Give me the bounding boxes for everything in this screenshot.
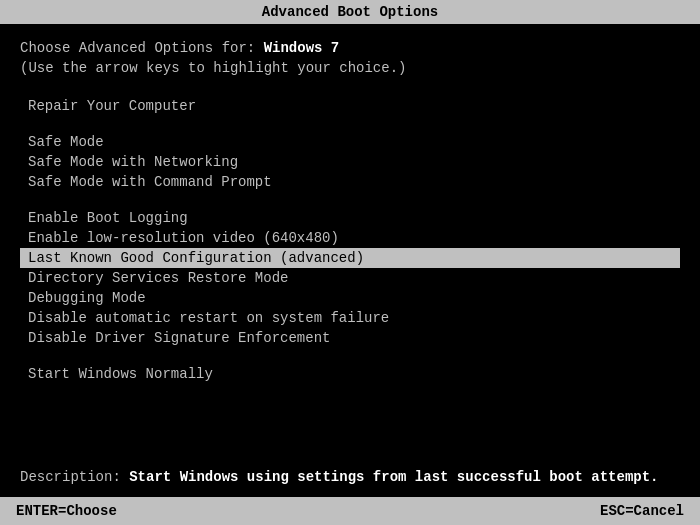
menu-item-disable-driver[interactable]: Disable Driver Signature Enforcement: [20, 328, 680, 348]
intro-line2: (Use the arrow keys to highlight your ch…: [20, 60, 680, 76]
main-content: Choose Advanced Options for: Windows 7 (…: [0, 24, 700, 416]
enter-label: ENTER=Choose: [16, 503, 117, 519]
footer: ENTER=Choose ESC=Cancel: [0, 497, 700, 525]
menu-item-boot-logging[interactable]: Enable Boot Logging: [20, 208, 680, 228]
description-label: Description:: [20, 469, 129, 485]
menu-section-0: Repair Your Computer: [20, 96, 680, 116]
menu-item-safe-mode-networking[interactable]: Safe Mode with Networking: [20, 152, 680, 172]
menu-item-directory[interactable]: Directory Services Restore Mode: [20, 268, 680, 288]
menu-section-2: Enable Boot Logging Enable low-resolutio…: [20, 208, 680, 348]
title-bar: Advanced Boot Options: [0, 0, 700, 24]
intro-prefix: Choose Advanced Options for:: [20, 40, 264, 56]
description-area: Description: Start Windows using setting…: [20, 469, 680, 485]
menu-item-disable-restart[interactable]: Disable automatic restart on system fail…: [20, 308, 680, 328]
menu-item-start-normally[interactable]: Start Windows Normally: [20, 364, 680, 384]
intro-line1: Choose Advanced Options for: Windows 7: [20, 40, 680, 56]
os-name: Windows 7: [264, 40, 340, 56]
menu-item-safe-mode-command[interactable]: Safe Mode with Command Prompt: [20, 172, 680, 192]
menu-item-safe-mode[interactable]: Safe Mode: [20, 132, 680, 152]
menu-section-1: Safe Mode Safe Mode with Networking Safe…: [20, 132, 680, 192]
menu-item-repair[interactable]: Repair Your Computer: [20, 96, 680, 116]
title-text: Advanced Boot Options: [262, 4, 438, 20]
menu-section-3: Start Windows Normally: [20, 364, 680, 384]
menu-item-low-res[interactable]: Enable low-resolution video (640x480): [20, 228, 680, 248]
menu-item-last-known[interactable]: Last Known Good Configuration (advanced): [20, 248, 680, 268]
description-text: Start Windows using settings from last s…: [129, 469, 658, 485]
menu-item-debugging[interactable]: Debugging Mode: [20, 288, 680, 308]
esc-label: ESC=Cancel: [600, 503, 684, 519]
